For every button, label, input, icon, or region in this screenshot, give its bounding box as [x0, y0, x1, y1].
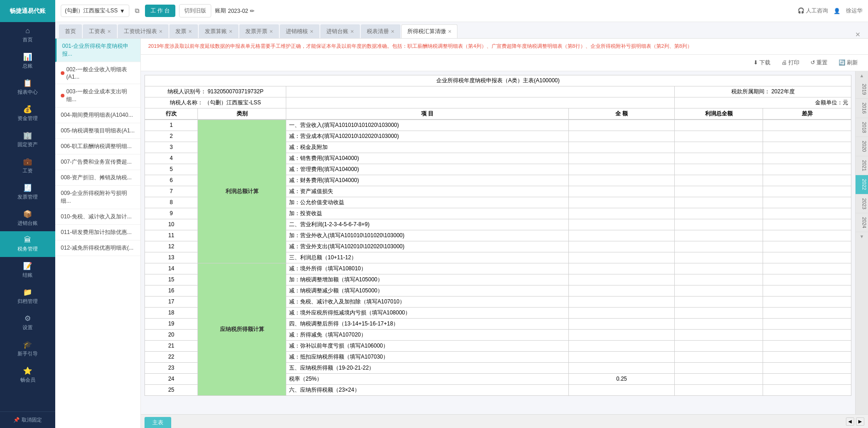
- year-item-2022[interactable]: 2022: [856, 175, 868, 194]
- year-item-2018[interactable]: 2018: [856, 118, 868, 137]
- row-number: 4: [145, 153, 198, 164]
- row-profit: [675, 263, 763, 274]
- row-number: 25: [145, 384, 198, 395]
- sub-nav-item-004[interactable]: 004-期间费用明细表(A1040...: [55, 108, 140, 123]
- tab-invoice-calc[interactable]: 发票算账 ✕: [199, 24, 238, 38]
- tab-tax-list[interactable]: 税表清册 ✕: [361, 24, 400, 38]
- customer-service-btn[interactable]: 🎧 人工咨询: [798, 7, 828, 15]
- sidebar-item-guide[interactable]: 🎓 新手引导: [0, 336, 55, 362]
- sub-nav-item-006[interactable]: 006-职工薪酬纳税调整明细...: [55, 139, 140, 154]
- year-item-2021[interactable]: 2021: [856, 156, 868, 175]
- sidebar-item-settings[interactable]: ⚙ 设置: [0, 309, 55, 336]
- copy-icon[interactable]: ⧉: [135, 7, 139, 15]
- row-amount: [569, 208, 675, 219]
- sub-nav-item-009[interactable]: 009-企业所得税附补亏损明细...: [55, 186, 140, 209]
- close-tab-icon[interactable]: ✕: [107, 29, 111, 34]
- close-tab-icon[interactable]: ✕: [350, 29, 354, 34]
- invoices-icon: 🧾: [23, 183, 32, 192]
- sidebar-item-archive[interactable]: 📁 归档管理: [0, 283, 55, 309]
- sub-nav-item-002[interactable]: 002-一般企业收入明细表(A1...: [55, 62, 140, 84]
- sub-nav-label: 010-免税、减计收入及加计...: [61, 213, 132, 221]
- warning-banner: 2019年度涉及取以前年度延续数据的申报表单元格需要手工维护正确，才能保证本年及…: [141, 39, 868, 55]
- row-amount: [569, 329, 675, 340]
- year-item-2019[interactable]: 2019: [856, 80, 868, 99]
- refresh-icon: 🔄: [839, 59, 845, 66]
- sub-nav-label: 002-一般企业收入明细表(A1...: [66, 66, 135, 80]
- sub-nav-item-008[interactable]: 008-资产折旧、摊销及纳税...: [55, 170, 140, 186]
- download-button[interactable]: ⬇ 下载: [751, 57, 773, 68]
- sidebar-item-home[interactable]: ⌂ 首页: [0, 22, 55, 48]
- close-tab-icon[interactable]: ✕: [188, 29, 192, 34]
- close-tab-icon[interactable]: ✕: [310, 29, 313, 34]
- sidebar-item-finance[interactable]: 💰 资金管理: [0, 100, 55, 126]
- year-scroll-up[interactable]: ▲: [858, 71, 866, 80]
- tab-home[interactable]: 首页: [59, 24, 82, 38]
- sidebar-item-purchases[interactable]: 📦 进销台账: [0, 205, 55, 231]
- sidebar-item-invoices[interactable]: 🧾 发票管理: [0, 179, 55, 205]
- sub-nav-item-003[interactable]: 003-一般企业成本支出明细...: [55, 84, 140, 108]
- sidebar-item-reports[interactable]: 📋 报表中心: [0, 74, 55, 100]
- sidebar-item-assets[interactable]: 🏢 固定资产: [0, 126, 55, 153]
- tab-sales-ledger[interactable]: 进销台账 ✕: [320, 24, 360, 38]
- reset-button[interactable]: ↺ 重置: [808, 57, 830, 68]
- sub-nav-item-007[interactable]: 007-广告费和业务宣传费超...: [55, 154, 140, 170]
- year-item-2020[interactable]: 2020: [856, 137, 868, 156]
- tab-invoice[interactable]: 发票 ✕: [169, 24, 198, 38]
- headset-icon: 🎧: [798, 7, 804, 14]
- print-button[interactable]: 🖨 打印: [779, 57, 802, 68]
- row-profit: [675, 252, 763, 263]
- col-header-category: 类别: [198, 108, 286, 119]
- row-diff: [763, 307, 851, 318]
- row-profit: [675, 340, 763, 351]
- tab-invoice-open[interactable]: 发票开票 ✕: [239, 24, 279, 38]
- refresh-button[interactable]: 🔄 刷新: [836, 57, 861, 68]
- close-all-tabs-btn[interactable]: ✕: [851, 31, 864, 38]
- tab-payroll[interactable]: 工资表 ✕: [83, 24, 117, 38]
- row-amount: [569, 175, 675, 186]
- company-selector[interactable]: (勾删）江西服宝-LSS ▼: [61, 5, 129, 17]
- scroll-left-btn[interactable]: ◀: [846, 417, 854, 426]
- row-number: 21: [145, 340, 198, 351]
- row-amount: [569, 285, 675, 296]
- close-tab-icon[interactable]: ✕: [229, 29, 232, 34]
- sidebar-item-payroll[interactable]: 💼 工资: [0, 153, 55, 179]
- topbar-right: 🎧 人工咨询 👤 徐运华: [798, 7, 862, 15]
- close-tab-icon[interactable]: ✕: [391, 29, 394, 34]
- sub-nav-item-011[interactable]: 011-研发费用加计扣除优惠...: [55, 225, 140, 240]
- ledger-icon: 📊: [23, 52, 32, 61]
- sidebar-item-member[interactable]: ⭐ 畅会员: [0, 362, 55, 388]
- sub-nav-item-005[interactable]: 005-纳税调整项目明细表(A1...: [55, 123, 140, 139]
- row-diff: [763, 373, 851, 384]
- row-diff: [763, 362, 851, 373]
- workbench-button[interactable]: 工 作 台: [145, 5, 176, 17]
- sub-nav-item-010[interactable]: 010-免税、减计收入及加计...: [55, 209, 140, 225]
- sidebar-item-tax[interactable]: 🏛 税务管理: [0, 231, 55, 257]
- tab-sales-check[interactable]: 进销稽核 ✕: [280, 24, 319, 38]
- close-tab-icon[interactable]: ✕: [159, 29, 162, 34]
- tab-label: 所得税汇算清缴: [407, 28, 446, 35]
- bottom-tab-main[interactable]: 主表: [145, 417, 171, 428]
- sub-nav-label: 012-减免所得税优惠明细表(...: [61, 244, 133, 252]
- scroll-right-btn[interactable]: ▶: [856, 417, 864, 426]
- tab-payroll-stats[interactable]: 工资统计报表 ✕: [118, 24, 168, 38]
- download-icon: ⬇: [753, 59, 758, 66]
- row-number: 6: [145, 175, 198, 186]
- sidebar-item-ledger[interactable]: 📊 总账: [0, 48, 55, 74]
- row-profit: [675, 131, 763, 142]
- row-number: 24: [145, 373, 198, 384]
- edit-period-icon[interactable]: ✏: [250, 8, 255, 14]
- year-scroll-down[interactable]: ▼: [858, 232, 866, 241]
- sidebar-item-close[interactable]: 📝 结账: [0, 257, 55, 283]
- close-tab-icon[interactable]: ✕: [269, 29, 273, 34]
- sub-nav-item-012[interactable]: 012-减免所得税优惠明细表(...: [55, 240, 140, 256]
- period-display: 账期 2023-02 ✏: [215, 7, 255, 15]
- close-tab-icon[interactable]: ✕: [448, 29, 451, 34]
- sidebar-item-label: 发票管理: [17, 194, 38, 200]
- year-item-2024[interactable]: 2024: [856, 213, 868, 232]
- sidebar-pin-toggle[interactable]: 📌 取消固定: [0, 411, 55, 428]
- sub-nav-item-001[interactable]: 001-企业所得税年度纳税申报...: [55, 39, 140, 62]
- tab-income-tax[interactable]: 所得税汇算清缴 ✕: [401, 24, 457, 38]
- year-item-2023[interactable]: 2023: [856, 194, 868, 213]
- year-item-2016[interactable]: 2016: [856, 99, 868, 118]
- switch-version-button[interactable]: 切到旧版: [179, 4, 211, 17]
